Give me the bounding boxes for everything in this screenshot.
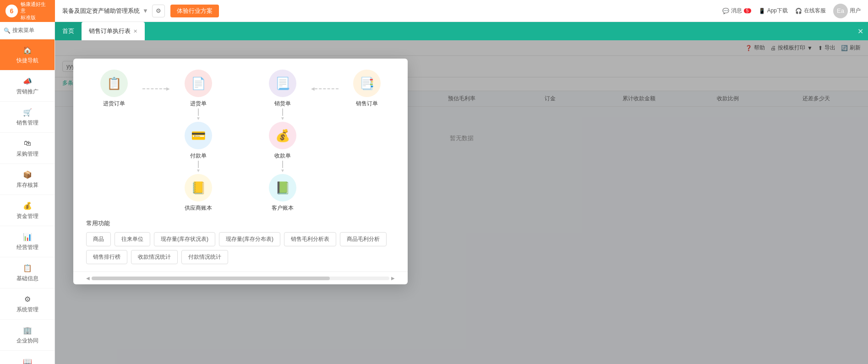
- sale-order-circle: 📑: [353, 70, 381, 97]
- purchase-order-circle: 📋: [100, 70, 128, 97]
- receipt-bill-label: 收款单: [274, 152, 291, 160]
- cf-buttons: 商品 往来单位 现存量(库存状况表) 现存量(库存分布表) 销售毛利分析表 商品…: [86, 232, 395, 246]
- message-badge: 5: [744, 8, 751, 13]
- down-arrow-payment: ▼: [171, 161, 226, 173]
- popup-scrollbar: ◀ ▶: [73, 272, 408, 284]
- customer-ledger-circle: 📗: [269, 174, 296, 201]
- supplier-ledger-label: 供应商账本: [185, 204, 212, 212]
- arrow-purchase-order-to-bill: ▶: [142, 86, 170, 91]
- service-button[interactable]: 🎧 在线客服: [795, 7, 826, 15]
- sidebar-item-purchase[interactable]: 🛍 采购管理: [0, 133, 55, 164]
- purchase-icon: 🛍: [22, 138, 33, 148]
- supplier-ledger-circle: 📒: [185, 174, 212, 201]
- tab-close-button[interactable]: ✕: [133, 28, 137, 34]
- down-arrow-sale-bill: ▼: [255, 109, 310, 121]
- search-icon: 🔍: [4, 27, 11, 34]
- scroll-right-button[interactable]: ▶: [391, 276, 395, 281]
- btn-counterparty[interactable]: 往来单位: [115, 232, 150, 246]
- receipt-bill-circle: 💰: [269, 122, 296, 149]
- logo-text: 畅康通好生意 标准版: [21, 1, 49, 21]
- purchase-bill-circle: 📄: [185, 70, 212, 97]
- sidebar-item-quick-nav[interactable]: 🏠 快捷导航: [0, 39, 55, 71]
- arrow-sale-order-to-bill: ◀: [311, 86, 338, 91]
- btn-stock-distribution[interactable]: 现存量(库存分布表): [219, 232, 280, 246]
- guide-icon: 📖: [22, 356, 33, 364]
- purchase-bill-label: 进货单: [190, 100, 207, 108]
- basic-info-icon: 📋: [22, 263, 33, 273]
- scroll-thumb: [92, 277, 330, 280]
- message-icon: 💬: [722, 8, 729, 14]
- flow-down-arrows-2: ▼ ▼: [86, 160, 395, 174]
- headset-icon: 🎧: [795, 8, 802, 14]
- btn-sales-ranking[interactable]: 销售排行榜: [86, 250, 127, 264]
- sidebar: 🔍 搜索菜单 🏠 快捷导航 📣 营销推广 🛒 销售管理 🛍 采购管理 📦 库存核…: [0, 22, 55, 364]
- logo-area: 6 畅康通好生意 标准版: [0, 0, 55, 22]
- sidebar-item-basic-info[interactable]: 📋 基础信息: [0, 257, 55, 288]
- gear-button[interactable]: ⚙: [152, 5, 165, 17]
- btn-sales-margin-analysis[interactable]: 销售毛利分析表: [284, 232, 336, 246]
- cf-title: 常用功能: [86, 219, 395, 228]
- flow-node-purchase-bill: 📄 进货单: [171, 70, 226, 108]
- btn-product[interactable]: 商品: [86, 232, 111, 246]
- finance-icon: 💰: [22, 201, 33, 211]
- dropdown-icon[interactable]: ▼: [142, 7, 148, 14]
- flow-node-receipt-bill: 💰 收款单: [255, 122, 310, 160]
- flow-row-1: 📋 进货订单 ▶: [86, 70, 395, 108]
- popup-overlay[interactable]: 📋 进货订单 ▶: [55, 40, 868, 364]
- top-header: 6 畅康通好生意 标准版 装备及固定资产辅助管理系统 ▼ ⚙ 体验行业方案 💬 …: [0, 0, 868, 22]
- sidebar-item-operations[interactable]: 📊 经营管理: [0, 226, 55, 257]
- main-layout: 🔍 搜索菜单 🏠 快捷导航 📣 营销推广 🛒 销售管理 🛍 采购管理 📦 库存核…: [0, 22, 868, 364]
- flow-node-sale-order: 📑 销售订单: [339, 70, 394, 108]
- header-right: 💬 消息 5 📱 App下载 🎧 在线客服 Ea 用户: [722, 4, 861, 18]
- content-area: 首页 销售订单执行表 ✕ ✕ ❓ 帮助 🖨 按模板打印 ▼: [55, 22, 868, 364]
- customer-ledger-label: 客户账本: [272, 204, 294, 212]
- sale-bill-circle: 📃: [269, 70, 296, 97]
- flow-node-supplier-ledger: 📒 供应商账本: [171, 174, 226, 212]
- page-content: ❓ 帮助 🖨 按模板打印 ▼ ⬆ 导出 🔄 刷新: [55, 40, 868, 364]
- tab-bar: 首页 销售订单执行表 ✕ ✕: [55, 22, 868, 40]
- sidebar-item-system[interactable]: ⚙ 系统管理: [0, 288, 55, 320]
- down-arrow-purchase-bill: ▼: [171, 109, 226, 121]
- user-avatar: Ea: [833, 4, 848, 18]
- flow-node-payment-bill: 💳 付款单: [171, 122, 226, 160]
- tab-sales-orders[interactable]: 销售订单执行表 ✕: [82, 22, 145, 40]
- search-menu-button[interactable]: 🔍 搜索菜单: [0, 22, 55, 39]
- sale-bill-label: 销货单: [274, 100, 291, 108]
- payment-bill-label: 付款单: [190, 152, 207, 160]
- operations-icon: 📊: [22, 232, 33, 242]
- sidebar-item-marketing[interactable]: 📣 营销推广: [0, 71, 55, 102]
- mobile-icon: 📱: [759, 8, 765, 14]
- btn-product-margin-analysis[interactable]: 商品毛利分析: [340, 232, 387, 246]
- flow-row-3: 📒 供应商账本 📗 客户账本: [86, 174, 395, 212]
- down-arrow-receipt: ▼: [255, 161, 310, 173]
- flow-node-customer-ledger: 📗 客户账本: [255, 174, 310, 212]
- purchase-order-label: 进货订单: [103, 100, 125, 108]
- flow-down-arrows-1: ▼ ▼: [86, 108, 395, 122]
- cf-buttons-row2: 销售排行榜 收款情况统计 付款情况统计: [86, 250, 395, 264]
- enterprise-icon: 🏢: [22, 325, 33, 335]
- trial-button[interactable]: 体验行业方案: [170, 5, 219, 17]
- sales-icon: 🛒: [22, 107, 33, 117]
- app-download-button[interactable]: 📱 App下载: [759, 7, 788, 15]
- user-label: 用户: [850, 7, 861, 15]
- system-title-text: 装备及固定资产辅助管理系统: [62, 7, 140, 15]
- tab-bar-close-button[interactable]: ✕: [857, 27, 863, 36]
- btn-payment-stats[interactable]: 付款情况统计: [181, 250, 228, 264]
- common-functions: 常用功能 商品 往来单位 现存量(库存状况表) 现存量(库存分布表) 销售毛利分…: [86, 219, 395, 264]
- sidebar-item-inventory[interactable]: 📦 库存核算: [0, 164, 55, 195]
- sidebar-item-guide[interactable]: 📖 新手引导: [0, 351, 55, 364]
- inventory-icon: 📦: [22, 169, 33, 179]
- sidebar-item-sales[interactable]: 🛒 销售管理: [0, 102, 55, 133]
- tab-home[interactable]: 首页: [55, 22, 82, 40]
- sidebar-item-finance[interactable]: 💰 资金管理: [0, 195, 55, 226]
- scroll-track[interactable]: [92, 277, 389, 280]
- home-icon: 🏠: [22, 45, 33, 55]
- marketing-icon: 📣: [22, 76, 33, 86]
- user-menu[interactable]: Ea 用户: [833, 4, 861, 18]
- popup-body: 📋 进货订单 ▶: [73, 59, 408, 272]
- btn-receipt-stats[interactable]: 收款情况统计: [131, 250, 178, 264]
- sidebar-item-enterprise[interactable]: 🏢 企业协同: [0, 320, 55, 351]
- btn-stock-status[interactable]: 现存量(库存状况表): [154, 232, 215, 246]
- scroll-left-button[interactable]: ◀: [86, 276, 90, 281]
- message-button[interactable]: 💬 消息 5: [722, 7, 751, 15]
